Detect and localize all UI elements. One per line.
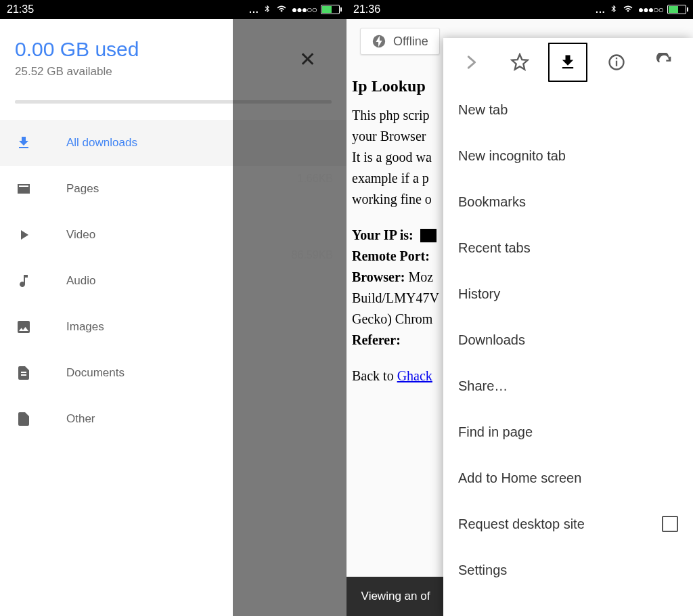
storage-available: 25.52 GB available xyxy=(15,65,332,79)
category-label: All downloads xyxy=(66,136,137,150)
ghacks-link[interactable]: Ghack xyxy=(397,368,432,383)
menu-new-incognito-tab[interactable]: New incognito tab xyxy=(443,133,693,179)
status-icons: ... ●●●○○ xyxy=(249,3,340,16)
battery-icon xyxy=(667,5,686,14)
checkbox-icon[interactable] xyxy=(662,516,678,532)
category-pages[interactable]: Pages xyxy=(0,166,346,212)
category-documents[interactable]: Documents xyxy=(0,350,346,396)
category-other[interactable]: Other xyxy=(0,396,346,442)
category-label: Pages xyxy=(66,182,99,196)
snackbar-text: Viewing an of xyxy=(361,590,430,603)
screen-browser: 21:36 ... ●●●○○ Offline Ip Lookup This p… xyxy=(346,0,693,616)
video-icon xyxy=(15,227,32,243)
download-icon xyxy=(15,135,32,151)
category-label: Documents xyxy=(66,366,125,380)
offline-snackbar: Viewing an of xyxy=(346,577,445,616)
category-images[interactable]: Images xyxy=(0,304,346,350)
close-icon[interactable]: ✕ xyxy=(299,47,316,71)
menu-settings[interactable]: Settings xyxy=(443,547,693,593)
category-all-downloads[interactable]: All downloads xyxy=(0,120,346,166)
file-size: 86.59KB xyxy=(292,249,333,261)
bolt-icon xyxy=(372,34,386,49)
menu-new-tab[interactable]: New tab xyxy=(443,87,693,133)
browser-body: Offline Ip Lookup This php scrip your Br… xyxy=(346,19,693,616)
status-time: 21:35 xyxy=(7,3,34,16)
status-time: 21:36 xyxy=(353,3,380,16)
menu-find-in-page[interactable]: Find in page xyxy=(443,409,693,455)
file-size: 1.66KB xyxy=(298,173,333,185)
more-icon: ... xyxy=(596,4,606,15)
redacted-ip xyxy=(420,229,437,242)
signal-dots-icon: ●●●○○ xyxy=(292,4,317,15)
offline-chip[interactable]: Offline xyxy=(360,28,440,55)
status-icons: ... ●●●○○ xyxy=(596,3,686,16)
signal-dots-icon: ●●●○○ xyxy=(638,4,663,15)
menu-downloads[interactable]: Downloads xyxy=(443,317,693,363)
menu-items: New tab New incognito tab Bookmarks Rece… xyxy=(443,87,693,616)
bluetooth-icon xyxy=(610,3,618,16)
documents-icon xyxy=(15,365,32,381)
storage-used: 0.00 GB used xyxy=(15,38,332,61)
wifi-icon xyxy=(622,4,634,16)
bookmark-button[interactable] xyxy=(500,43,539,82)
category-audio[interactable]: Audio xyxy=(0,258,346,304)
category-label: Images xyxy=(66,320,104,334)
forward-button[interactable] xyxy=(452,43,491,82)
menu-history[interactable]: History xyxy=(443,271,693,317)
category-label: Audio xyxy=(66,274,95,288)
category-label: Video xyxy=(66,228,95,242)
menu-recent-tabs[interactable]: Recent tabs xyxy=(443,225,693,271)
menu-bookmarks[interactable]: Bookmarks xyxy=(443,179,693,225)
svg-rect-2 xyxy=(616,61,617,66)
category-label: Other xyxy=(66,412,95,426)
bluetooth-icon xyxy=(263,3,271,16)
status-bar-right: 21:36 ... ●●●○○ xyxy=(346,0,693,19)
wifi-icon xyxy=(275,4,288,16)
more-icon: ... xyxy=(249,4,259,15)
storage-bar xyxy=(15,100,332,104)
status-bar-left: 21:35 ... ●●●○○ xyxy=(0,0,346,19)
download-button[interactable] xyxy=(548,43,587,82)
overflow-menu: New tab New incognito tab Bookmarks Rece… xyxy=(443,38,693,616)
images-icon xyxy=(15,319,32,335)
svg-rect-3 xyxy=(616,58,617,59)
menu-request-desktop-site[interactable]: Request desktop site xyxy=(443,501,693,547)
menu-share[interactable]: Share… xyxy=(443,363,693,409)
audio-icon xyxy=(15,273,32,289)
offline-label: Offline xyxy=(393,35,428,49)
file-icon xyxy=(15,411,32,427)
refresh-button[interactable] xyxy=(645,43,684,82)
info-button[interactable] xyxy=(597,43,636,82)
downloads-drawer: 0.00 GB used 25.52 GB available All down… xyxy=(0,19,346,616)
battery-icon xyxy=(321,5,340,14)
menu-add-to-home-screen[interactable]: Add to Home screen xyxy=(443,455,693,501)
menu-toolbar xyxy=(443,38,693,87)
pages-icon xyxy=(15,181,32,197)
screen-downloads: 21:35 ... ●●●○○ 0.00 GB used 25.52 GB av… xyxy=(0,0,346,616)
downloads-categories: All downloads Pages Video Audio Images D… xyxy=(0,110,346,442)
